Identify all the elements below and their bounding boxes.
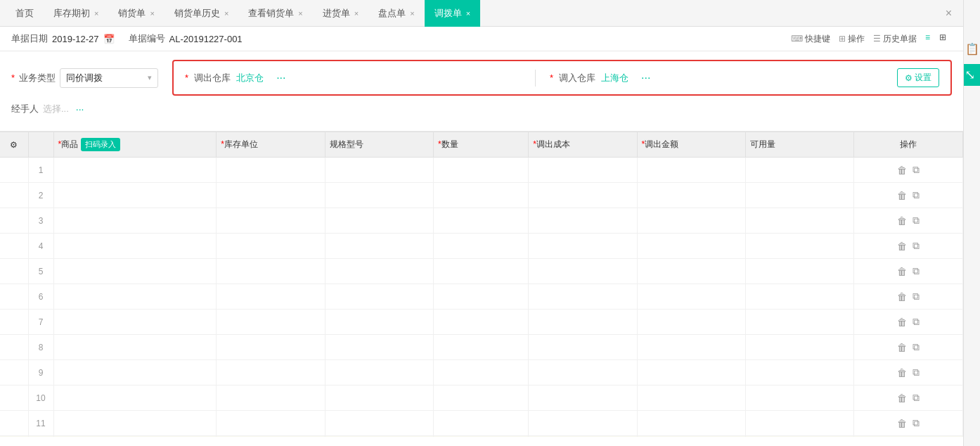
copy-icon[interactable]: ⧉ <box>913 392 920 404</box>
row-goods-cell[interactable] <box>53 386 217 411</box>
row-unit-cell[interactable] <box>217 208 325 234</box>
row-unit-cell[interactable] <box>217 335 325 360</box>
row-cost-cell[interactable] <box>529 208 637 234</box>
row-amount-cell[interactable] <box>637 259 745 284</box>
business-type-select[interactable]: 同价调拨 ▾ <box>60 68 158 88</box>
row-goods-cell[interactable] <box>53 183 217 208</box>
row-qty-cell[interactable] <box>434 158 529 183</box>
row-amount-cell[interactable] <box>637 208 745 234</box>
row-goods-cell[interactable] <box>53 234 217 259</box>
row-spec-cell[interactable] <box>325 183 433 208</box>
row-amount-cell[interactable] <box>637 411 745 436</box>
delete-icon[interactable]: 🗑 <box>897 266 907 277</box>
row-cost-cell[interactable] <box>529 158 637 183</box>
layout-list-icon[interactable]: ≡ <box>925 32 938 45</box>
copy-icon[interactable]: ⧉ <box>913 240 920 252</box>
delete-icon[interactable]: 🗑 <box>897 241 907 252</box>
copy-icon[interactable]: ⧉ <box>913 164 920 176</box>
row-unit-cell[interactable] <box>217 360 325 386</box>
row-spec-cell[interactable] <box>325 411 433 436</box>
row-amount-cell[interactable] <box>637 284 745 310</box>
row-amount-cell[interactable] <box>637 234 745 259</box>
row-spec-cell[interactable] <box>325 208 433 234</box>
warehouse-setting-button[interactable]: ⚙ 设置 <box>897 68 939 87</box>
copy-icon[interactable]: ⧉ <box>913 215 920 227</box>
row-spec-cell[interactable] <box>325 234 433 259</box>
tab-inventory-init-close[interactable]: × <box>94 9 98 18</box>
tab-transfer-close[interactable]: × <box>466 9 470 18</box>
row-unit-cell[interactable] <box>217 158 325 183</box>
warehouse-in-value[interactable]: 上海仓 <box>601 72 628 84</box>
row-qty-cell[interactable] <box>434 360 529 386</box>
tab-sales-history[interactable]: 销货单历史 × <box>165 0 238 27</box>
tab-view-sales-close[interactable]: × <box>298 9 302 18</box>
row-unit-cell[interactable] <box>217 234 325 259</box>
row-amount-cell[interactable] <box>637 310 745 335</box>
tab-transfer[interactable]: 调拨单 × <box>425 0 480 27</box>
row-unit-cell[interactable] <box>217 386 325 411</box>
row-spec-cell[interactable] <box>325 310 433 335</box>
row-goods-cell[interactable] <box>53 208 217 234</box>
row-goods-cell[interactable] <box>53 310 217 335</box>
row-unit-cell[interactable] <box>217 183 325 208</box>
row-amount-cell[interactable] <box>637 158 745 183</box>
tab-stocktake[interactable]: 盘点单 × <box>368 0 424 27</box>
handler-more-button[interactable]: ··· <box>76 103 84 115</box>
row-unit-cell[interactable] <box>217 411 325 436</box>
tab-inventory-init[interactable]: 库存期初 × <box>44 0 108 27</box>
operation-button[interactable]: ⊞ 操作 <box>839 33 865 45</box>
row-spec-cell[interactable] <box>325 284 433 310</box>
row-cost-cell[interactable] <box>529 335 637 360</box>
delete-icon[interactable]: 🗑 <box>897 367 907 378</box>
row-goods-cell[interactable] <box>53 360 217 386</box>
copy-icon[interactable]: ⧉ <box>913 265 920 277</box>
delete-icon[interactable]: 🗑 <box>897 418 907 429</box>
row-cost-cell[interactable] <box>529 284 637 310</box>
row-goods-cell[interactable] <box>53 158 217 183</box>
row-cost-cell[interactable] <box>529 411 637 436</box>
delete-icon[interactable]: 🗑 <box>897 165 907 176</box>
row-unit-cell[interactable] <box>217 310 325 335</box>
tab-purchase-order[interactable]: 进货单 × <box>313 0 368 27</box>
copy-icon[interactable]: ⧉ <box>913 316 920 328</box>
row-cost-cell[interactable] <box>529 259 637 284</box>
row-spec-cell[interactable] <box>325 335 433 360</box>
note-icon[interactable]: 📋 <box>965 42 979 56</box>
tab-sales-order-close[interactable]: × <box>150 9 154 18</box>
warehouse-in-more-button[interactable]: ··· <box>641 72 650 84</box>
layout-grid-icon[interactable]: ⊞ <box>939 32 952 45</box>
row-goods-cell[interactable] <box>53 259 217 284</box>
copy-icon[interactable]: ⧉ <box>913 417 920 429</box>
scan-button[interactable]: 扫码录入 <box>81 138 120 151</box>
tab-stocktake-close[interactable]: × <box>410 9 414 18</box>
row-cost-cell[interactable] <box>529 234 637 259</box>
delete-icon[interactable]: 🗑 <box>897 291 907 302</box>
row-amount-cell[interactable] <box>637 335 745 360</box>
tab-sales-order[interactable]: 销货单 × <box>108 0 164 27</box>
row-spec-cell[interactable] <box>325 259 433 284</box>
row-qty-cell[interactable] <box>434 183 529 208</box>
calendar-icon[interactable]: 📅 <box>103 34 115 44</box>
row-cost-cell[interactable] <box>529 310 637 335</box>
row-qty-cell[interactable] <box>434 259 529 284</box>
row-amount-cell[interactable] <box>637 183 745 208</box>
delete-icon[interactable]: 🗑 <box>897 393 907 404</box>
row-unit-cell[interactable] <box>217 284 325 310</box>
row-spec-cell[interactable] <box>325 158 433 183</box>
copy-icon[interactable]: ⧉ <box>913 341 920 353</box>
row-goods-cell[interactable] <box>53 411 217 436</box>
copy-icon[interactable]: ⧉ <box>913 291 920 302</box>
row-goods-cell[interactable] <box>53 284 217 310</box>
shortcut-button[interactable]: ⌨ 快捷键 <box>791 33 830 45</box>
tab-view-sales[interactable]: 查看销货单 × <box>238 0 312 27</box>
row-goods-cell[interactable] <box>53 335 217 360</box>
row-qty-cell[interactable] <box>434 335 529 360</box>
row-unit-cell[interactable] <box>217 259 325 284</box>
row-qty-cell[interactable] <box>434 284 529 310</box>
col-setting-header[interactable]: ⚙ <box>0 132 28 158</box>
copy-icon[interactable]: ⧉ <box>913 367 920 378</box>
row-qty-cell[interactable] <box>434 411 529 436</box>
tab-home[interactable]: 首页 <box>6 0 44 27</box>
warehouse-out-more-button[interactable]: ··· <box>276 72 285 84</box>
row-qty-cell[interactable] <box>434 234 529 259</box>
